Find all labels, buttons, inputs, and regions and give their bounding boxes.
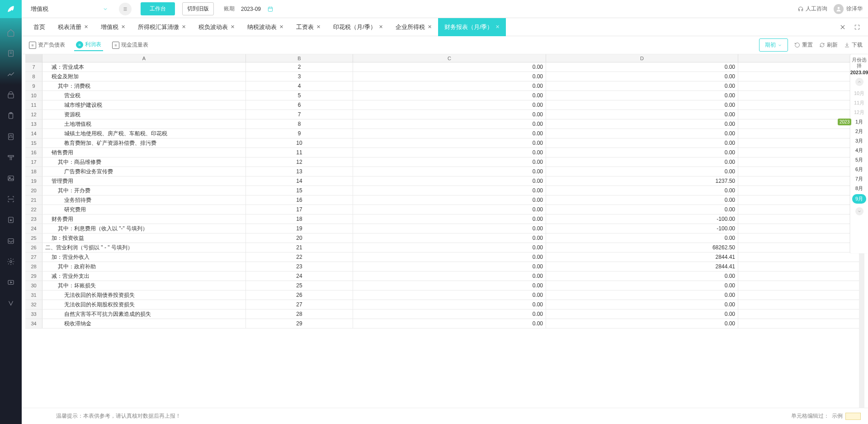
expand-button[interactable] [852,22,863,33]
cell-value-d[interactable]: 0.00 [546,233,738,243]
cell-line-no[interactable]: 28 [246,310,353,319]
cell-line-no[interactable]: 8 [246,119,353,129]
cell-item-name[interactable]: 加：营业外收入 [42,252,246,262]
cell-line-no[interactable]: 16 [246,195,353,205]
nav-image-icon[interactable] [5,172,17,185]
tab-close-icon[interactable]: ✕ [379,24,383,30]
month-item[interactable]: 6月 [850,165,868,174]
cell-value-d[interactable]: 0.00 [546,72,738,81]
row-header[interactable]: 22 [25,205,42,214]
cell-value-c[interactable]: 0.00 [353,243,546,252]
nav-gear-icon[interactable] [5,255,17,268]
row-header[interactable]: 23 [25,214,42,224]
col-header-A[interactable]: A [42,54,246,62]
cell-value-c[interactable]: 0.00 [353,157,546,167]
cell-line-no[interactable]: 11 [246,148,353,157]
sub-tab-item[interactable]: ≡利润表 [74,39,103,51]
row-header[interactable]: 34 [25,319,42,328]
sub-tab-item[interactable]: ≡现金流量表 [110,39,150,51]
cell-line-no[interactable]: 5 [246,91,353,100]
nav-scan-icon[interactable] [5,193,17,205]
nav-calc-icon[interactable] [5,130,17,143]
sheet-corner[interactable] [25,54,42,62]
cell-line-no[interactable]: 13 [246,167,353,176]
month-item[interactable]: 4月 [850,146,868,155]
cell-line-no[interactable]: 7 [246,110,353,119]
row-header[interactable]: 12 [25,110,42,119]
row-header[interactable]: 16 [25,148,42,157]
cell-value-c[interactable]: 0.00 [353,81,546,91]
cell-value-d[interactable]: 1237.50 [546,176,738,186]
cell-item-name[interactable]: 其中：利息费用（收入以 "-" 号填列） [42,224,246,233]
row-header[interactable]: 11 [25,100,42,110]
row-header[interactable]: 18 [25,167,42,176]
cell-line-no[interactable]: 25 [246,281,353,290]
month-item[interactable]: 3月 [850,136,868,146]
cell-line-no[interactable]: 19 [246,224,353,233]
cell-line-no[interactable]: 26 [246,291,353,300]
tab-close-icon[interactable]: ✕ [316,24,321,30]
download-action[interactable]: 下载 [844,41,863,49]
nav-video-icon[interactable] [5,276,17,289]
tab-item[interactable]: 财务报表（月/季）✕ [438,18,506,36]
cell-value-c[interactable]: 0.00 [353,319,546,328]
cell-line-no[interactable]: 14 [246,176,353,186]
tab-item[interactable]: 企业所得税✕ [389,18,438,36]
row-header[interactable]: 20 [25,186,42,195]
cell-item-name[interactable]: 税金及附加 [42,72,246,81]
nav-inbox-icon[interactable] [5,234,17,247]
cell-value-d[interactable]: 2844.41 [546,252,738,262]
row-header[interactable]: 10 [25,91,42,100]
cell-line-no[interactable]: 21 [246,243,353,252]
cell-line-no[interactable]: 23 [246,262,353,271]
cell-line-no[interactable]: 10 [246,138,353,148]
row-header[interactable]: 17 [25,157,42,167]
row-header[interactable]: 30 [25,281,42,290]
tab-close-icon[interactable]: ✕ [182,24,186,30]
tab-close-icon[interactable]: ✕ [279,24,283,30]
cell-line-no[interactable]: 4 [246,81,353,91]
row-header[interactable]: 25 [25,233,42,243]
cell-value-d[interactable]: 0.00 [546,195,738,205]
cell-line-no[interactable]: 6 [246,100,353,110]
cell-line-no[interactable]: 22 [246,252,353,262]
cell-value-d[interactable]: 0.00 [546,119,738,129]
tab-close-icon[interactable]: ✕ [428,24,432,30]
cell-line-no[interactable]: 3 [246,72,353,81]
row-header[interactable]: 24 [25,224,42,233]
cell-value-c[interactable]: 0.00 [353,148,546,157]
cell-item-name[interactable]: 营业税 [42,91,246,100]
cell-item-name[interactable]: 其中：消费税 [42,81,246,91]
tab-item[interactable]: 所得税汇算清缴✕ [132,18,192,36]
cell-line-no[interactable]: 29 [246,319,353,328]
cell-value-d[interactable]: 0.00 [546,300,738,309]
refresh-action[interactable]: 刷新 [819,41,838,49]
nav-export-icon[interactable] [5,214,17,226]
cell-value-c[interactable]: 0.00 [353,214,546,224]
cell-value-d[interactable]: 68262.50 [546,243,738,252]
nav-clipboard-icon[interactable] [5,110,17,122]
row-header[interactable]: 9 [25,81,42,91]
cell-item-name[interactable]: 减：营业外支出 [42,272,246,281]
tab-close-icon[interactable]: ✕ [495,24,500,30]
list-circle-button[interactable] [119,3,132,15]
close-all-tabs-button[interactable] [837,22,848,33]
nav-home-icon[interactable] [5,26,17,39]
period-value[interactable]: 2023-09 [241,6,261,12]
cell-value-c[interactable]: 0.00 [353,224,546,233]
sub-tab-item[interactable]: ≡资产负债表 [27,39,67,51]
cell-value-c[interactable]: 0.00 [353,176,546,186]
reset-action[interactable]: 重置 [794,41,813,49]
row-header[interactable]: 15 [25,138,42,148]
cell-value-c[interactable]: 0.00 [353,262,546,271]
cell-item-name[interactable]: 城市维护建设税 [42,100,246,110]
row-header[interactable]: 26 [25,243,42,252]
cell-value-d[interactable]: 0.00 [546,100,738,110]
tab-item[interactable]: 首页 [27,18,52,36]
col-header-B[interactable]: B [246,54,353,62]
row-header[interactable]: 27 [25,252,42,262]
row-header[interactable]: 7 [25,62,42,71]
cell-value-c[interactable]: 0.00 [353,91,546,100]
cell-item-name[interactable]: 税收滞纳金 [42,319,246,328]
cell-item-name[interactable]: 其中：政府补助 [42,262,246,271]
